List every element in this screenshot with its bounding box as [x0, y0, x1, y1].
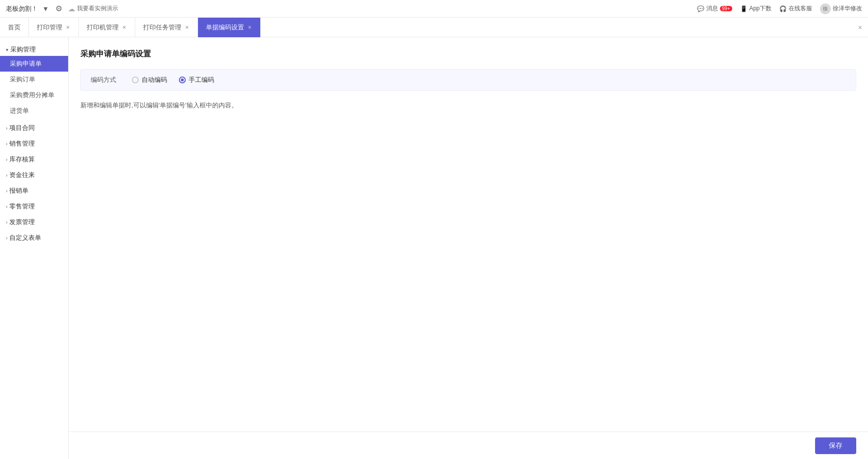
sidebar-group-retail-mgmt-header[interactable]: › 零售管理	[0, 198, 68, 213]
sidebar-group-capital: › 资金往来	[0, 167, 68, 181]
tab-print-task-mgmt[interactable]: 打印任务管理 ×	[135, 18, 198, 37]
tab-print-mgmt[interactable]: 打印管理 ×	[29, 18, 79, 37]
project-contract-label: 项目合同	[9, 124, 35, 132]
project-contract-arrow: ›	[6, 126, 7, 131]
sidebar-group-purchase-mgmt: ▾ 采购管理 采购申请单 采购订单 采购费用分摊单 进货单	[0, 41, 68, 119]
sidebar-item-purchase-expense-label: 采购费用分摊单	[10, 91, 54, 99]
app-download-label: App下数	[749, 4, 771, 13]
sidebar: ▾ 采购管理 采购申请单 采购订单 采购费用分摊单 进货单 › 项目合同	[0, 37, 69, 459]
message-icon: 💬	[697, 5, 704, 12]
demo-link[interactable]: ☁ 我要看实例演示	[68, 4, 118, 13]
custom-form-arrow: ›	[6, 235, 7, 241]
sidebar-group-retail-mgmt: › 零售管理	[0, 198, 68, 213]
invoice-mgmt-label: 发票管理	[9, 218, 35, 227]
settings-button[interactable]: ⚙	[53, 3, 64, 14]
tab-print-task-mgmt-label: 打印任务管理	[143, 23, 181, 32]
tab-printer-mgmt-close[interactable]: ×	[122, 25, 127, 30]
app-title: 老板勿割！	[6, 4, 38, 13]
user-info[interactable]: 徐 徐泽华修改	[820, 3, 862, 14]
user-name: 徐泽华修改	[833, 4, 862, 13]
dropdown-button[interactable]: ▾	[42, 3, 50, 14]
main-layout: ▾ 采购管理 采购申请单 采购订单 采购费用分摊单 进货单 › 项目合同	[0, 37, 868, 459]
manual-code-radio[interactable]	[179, 76, 186, 83]
messages-action[interactable]: 💬 消息 99+	[697, 4, 732, 13]
sidebar-group-purchase-mgmt-header[interactable]: ▾ 采购管理	[0, 41, 68, 56]
sales-mgmt-arrow: ›	[6, 141, 7, 147]
sidebar-group-sales-mgmt: › 销售管理	[0, 135, 68, 150]
sidebar-group-inventory-header[interactable]: › 库存核算	[0, 151, 68, 166]
sidebar-group-inventory: › 库存核算	[0, 151, 68, 166]
retail-mgmt-label: 零售管理	[9, 202, 35, 211]
invoice-mgmt-arrow: ›	[6, 220, 7, 225]
top-bar-right: 💬 消息 99+ 📱 App下数 🎧 在线客服 徐 徐泽华修改	[697, 3, 862, 14]
content-footer: 保存	[69, 432, 868, 459]
messages-badge: 99+	[720, 6, 732, 11]
online-support-label: 在线客服	[789, 4, 812, 13]
capital-label: 资金往来	[9, 171, 35, 179]
app-download-icon: 📱	[740, 5, 747, 12]
sidebar-group-invoice-mgmt-header[interactable]: › 发票管理	[0, 214, 68, 229]
messages-label: 消息	[706, 4, 718, 13]
purchase-mgmt-label: 采购管理	[10, 45, 36, 54]
sidebar-item-purchase-order-label: 采购订单	[10, 76, 35, 83]
online-support-icon: 🎧	[779, 5, 787, 12]
sidebar-group-returns: › 报销单	[0, 182, 68, 197]
sidebar-group-custom-form-header[interactable]: › 自定义表单	[0, 230, 68, 244]
app-download-action[interactable]: 📱 App下数	[740, 4, 771, 13]
sidebar-item-import-bill[interactable]: 进货单	[0, 103, 68, 119]
sales-mgmt-label: 销售管理	[9, 139, 35, 148]
page-title: 采购申请单编码设置	[80, 49, 856, 59]
online-support-action[interactable]: 🎧 在线客服	[779, 4, 812, 13]
sidebar-item-purchase-request[interactable]: 采购申请单	[0, 56, 68, 72]
sidebar-group-capital-header[interactable]: › 资金往来	[0, 167, 68, 181]
inventory-arrow: ›	[6, 157, 7, 162]
inventory-label: 库存核算	[9, 155, 35, 164]
returns-label: 报销单	[9, 186, 28, 195]
auto-code-radio[interactable]	[132, 76, 139, 83]
tab-home[interactable]: 首页	[0, 18, 29, 37]
custom-form-label: 自定义表单	[9, 233, 41, 242]
tab-printer-mgmt-label: 打印机管理	[87, 23, 119, 32]
sidebar-item-purchase-expense[interactable]: 采购费用分摊单	[0, 87, 68, 103]
sidebar-item-import-bill-label: 进货单	[10, 107, 29, 114]
tab-bar: 首页 打印管理 × 打印机管理 × 打印任务管理 × 单据编码设置 × ×	[0, 18, 868, 37]
sidebar-item-purchase-order[interactable]: 采购订单	[0, 72, 68, 87]
purchase-mgmt-arrow: ▾	[6, 47, 8, 52]
content-body: 采购申请单编码设置 编码方式 自动编码 手工编码 新增和编辑单据时,可以编辑'单…	[69, 37, 868, 432]
sidebar-item-purchase-request-label: 采购申请单	[10, 60, 42, 67]
tab-single-code-settings-close[interactable]: ×	[247, 25, 252, 30]
tab-print-mgmt-label: 打印管理	[37, 23, 62, 32]
tab-print-task-mgmt-close[interactable]: ×	[184, 25, 190, 30]
manual-code-option[interactable]: 手工编码	[179, 76, 214, 84]
tab-bar-close-all[interactable]: ×	[852, 24, 868, 31]
returns-arrow: ›	[6, 188, 7, 194]
tab-single-code-settings-label: 单据编码设置	[206, 23, 244, 32]
tab-home-label: 首页	[8, 23, 21, 32]
save-button[interactable]: 保存	[815, 437, 856, 454]
retail-mgmt-arrow: ›	[6, 204, 7, 209]
sidebar-group-custom-form: › 自定义表单	[0, 230, 68, 244]
top-bar-left: 老板勿割！ ▾ ⚙ ☁ 我要看实例演示	[6, 3, 118, 14]
auto-code-label: 自动编码	[142, 76, 167, 84]
tab-printer-mgmt[interactable]: 打印机管理 ×	[79, 18, 135, 37]
coding-method-row: 编码方式 自动编码 手工编码	[80, 69, 856, 91]
sidebar-group-project-contract: › 项目合同	[0, 120, 68, 134]
content-area: 采购申请单编码设置 编码方式 自动编码 手工编码 新增和编辑单据时,可以编辑'单…	[69, 37, 868, 459]
sidebar-group-invoice-mgmt: › 发票管理	[0, 214, 68, 229]
tab-print-mgmt-close[interactable]: ×	[65, 25, 71, 30]
cloud-icon: ☁	[68, 5, 75, 13]
demo-text: 我要看实例演示	[77, 4, 118, 13]
sidebar-group-sales-mgmt-header[interactable]: › 销售管理	[0, 135, 68, 150]
avatar: 徐	[820, 3, 831, 14]
sidebar-group-project-contract-header[interactable]: › 项目合同	[0, 120, 68, 134]
coding-method-label: 编码方式	[91, 76, 116, 84]
hint-text: 新增和编辑单据时,可以编辑'单据编号'输入框中的内容。	[80, 101, 856, 111]
sidebar-group-returns-header[interactable]: › 报销单	[0, 182, 68, 197]
top-bar: 老板勿割！ ▾ ⚙ ☁ 我要看实例演示 💬 消息 99+ 📱 App下数 🎧 在…	[0, 0, 868, 18]
tab-single-code-settings[interactable]: 单据编码设置 ×	[198, 18, 261, 37]
auto-code-option[interactable]: 自动编码	[132, 76, 167, 84]
capital-arrow: ›	[6, 173, 7, 178]
manual-code-label: 手工编码	[189, 76, 214, 84]
